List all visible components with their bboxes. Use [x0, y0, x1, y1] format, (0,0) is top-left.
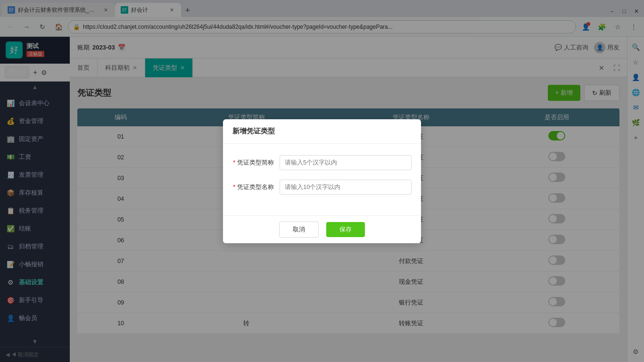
short-label: * 凭证类型简称: [232, 158, 280, 167]
modal-dialog: 新增凭证类型 * 凭证类型简称 * 凭证类型名称 取消 保存: [223, 119, 421, 243]
save-button[interactable]: 保存: [326, 222, 365, 237]
name-label: * 凭证类型名称: [232, 183, 280, 191]
modal-overlay[interactable]: 新增凭证类型 * 凭证类型简称 * 凭证类型名称 取消 保存: [0, 0, 644, 362]
name-input[interactable]: [280, 180, 412, 195]
modal-footer: 取消 保存: [223, 215, 421, 243]
modal-body: * 凭证类型简称 * 凭证类型名称: [223, 144, 421, 215]
modal-title: 新增凭证类型: [232, 127, 275, 136]
short-input[interactable]: [280, 155, 412, 170]
form-row-short: * 凭证类型简称: [232, 155, 412, 170]
cancel-button[interactable]: 取消: [279, 222, 319, 238]
modal-header: 新增凭证类型: [223, 119, 421, 144]
form-row-name: * 凭证类型名称: [232, 180, 412, 195]
